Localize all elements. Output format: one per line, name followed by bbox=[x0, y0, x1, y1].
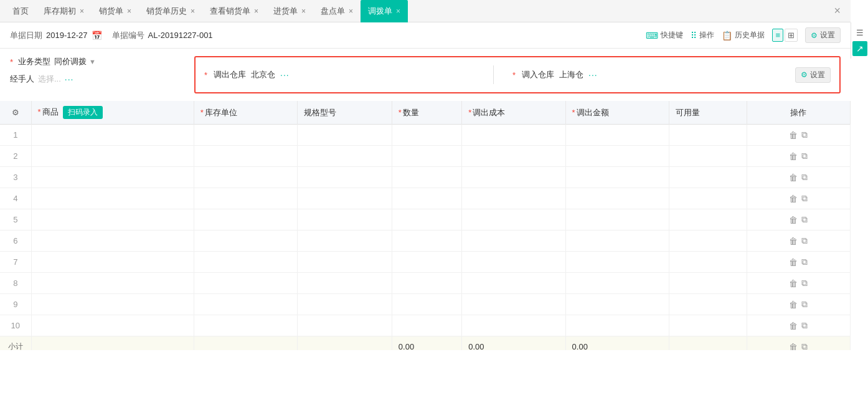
copy-row-icon[interactable]: ⧉ bbox=[801, 257, 808, 267]
delete-row-icon[interactable]: 🗑 bbox=[789, 215, 798, 225]
transfer-out-more-icon[interactable]: ··· bbox=[280, 70, 290, 80]
th-settings[interactable]: ⚙ bbox=[0, 101, 31, 125]
panel-gear-icon: ⚙ bbox=[801, 70, 808, 79]
delete-row-icon[interactable]: 🗑 bbox=[789, 342, 798, 351]
history-btn[interactable]: 📋 历史单据 bbox=[722, 30, 765, 40]
table-header-row: ⚙ *商品 扫码录入 *库存单位 规格型号 *数量 bbox=[0, 101, 851, 125]
form-area: * 业务类型 同价调拨 ▼ 经手人 选择... ··· * 调出仓库 北京仓 ·… bbox=[0, 49, 851, 101]
cell-transfer-cost bbox=[462, 167, 565, 188]
handler-value[interactable]: 选择... bbox=[38, 74, 61, 85]
shortcuts-btn[interactable]: ⌨ 快捷键 bbox=[646, 30, 683, 40]
tab-sales-order-close[interactable]: × bbox=[127, 7, 131, 16]
window-close-button[interactable]: × bbox=[829, 4, 846, 17]
copy-row-icon[interactable]: ⧉ bbox=[801, 299, 808, 310]
tab-purchase-order-close[interactable]: × bbox=[301, 7, 306, 16]
right-panel-settings: ⚙ 设置 bbox=[795, 67, 831, 83]
shortcuts-icon: ⌨ bbox=[646, 31, 658, 40]
tab-transfer-order-close[interactable]: × bbox=[396, 7, 400, 16]
delete-row-icon[interactable]: 🗑 bbox=[789, 300, 798, 310]
cell-product[interactable] bbox=[31, 315, 194, 336]
date-field: 单据日期 2019-12-27 📅 bbox=[10, 30, 102, 41]
operations-btn[interactable]: ⠿ 操作 bbox=[691, 30, 714, 40]
copy-row-icon[interactable]: ⧉ bbox=[801, 278, 808, 288]
sidebar-export-btn[interactable]: ↗ bbox=[852, 41, 867, 56]
cell-product[interactable] bbox=[31, 252, 194, 273]
cell-product[interactable] bbox=[31, 336, 194, 351]
copy-row-icon[interactable]: ⧉ bbox=[801, 341, 808, 350]
header-right: ⌨ 快捷键 ⠿ 操作 📋 历史单据 ≡ ⊞ ⚙ 设置 bbox=[646, 27, 841, 43]
tab-inventory-check-close[interactable]: × bbox=[349, 7, 353, 16]
cell-product[interactable] bbox=[31, 273, 194, 294]
cell-quantity bbox=[392, 188, 461, 209]
tab-sales-order[interactable]: 销货单 × bbox=[92, 0, 139, 22]
history-label: 历史单据 bbox=[735, 30, 765, 40]
delete-row-icon[interactable]: 🗑 bbox=[789, 321, 798, 331]
cell-transfer-amount bbox=[565, 294, 669, 315]
th-transfer-amount: *调出金额 bbox=[565, 101, 669, 125]
sidebar-list-btn[interactable]: ☰ bbox=[852, 25, 867, 40]
tab-inventory-init-label: 库存期初 bbox=[44, 6, 76, 17]
copy-row-icon[interactable]: ⧉ bbox=[801, 151, 808, 161]
business-type-dropdown[interactable]: 同价调拨 ▼ bbox=[54, 56, 129, 67]
copy-row-icon[interactable]: ⧉ bbox=[801, 236, 808, 246]
cell-product[interactable] bbox=[31, 146, 194, 167]
cell-spec bbox=[298, 188, 392, 209]
transfer-in-more-icon[interactable]: ··· bbox=[588, 70, 598, 80]
tab-inventory-init[interactable]: 库存期初 × bbox=[36, 0, 92, 22]
delete-row-icon[interactable]: 🗑 bbox=[789, 151, 798, 161]
table-row: 4🗑⧉ bbox=[0, 188, 851, 209]
tab-inventory-init-close[interactable]: × bbox=[80, 7, 84, 16]
tab-transfer-order-label: 调拨单 bbox=[368, 6, 392, 17]
header-left: 单据日期 2019-12-27 📅 单据编号 AL-20191227-001 bbox=[10, 30, 646, 41]
form-right-panel: * 调出仓库 北京仓 ··· * 调入仓库 上海仓 ··· ⚙ 设置 bbox=[194, 56, 841, 93]
panel-settings-button[interactable]: ⚙ 设置 bbox=[795, 67, 831, 83]
copy-row-icon[interactable]: ⧉ bbox=[801, 193, 808, 204]
th-transfer-amount-label: 调出金额 bbox=[577, 108, 609, 117]
delete-row-icon[interactable]: 🗑 bbox=[789, 236, 798, 246]
handler-more-icon[interactable]: ··· bbox=[65, 74, 74, 84]
cell-transfer-cost bbox=[462, 209, 565, 231]
tab-transfer-order[interactable]: 调拨单 × bbox=[361, 0, 408, 22]
cell-unit bbox=[194, 209, 297, 231]
cell-product[interactable] bbox=[31, 188, 194, 209]
transfer-amount-required-star: * bbox=[572, 108, 575, 117]
tab-purchase-order[interactable]: 进货单 × bbox=[266, 0, 313, 22]
panel-settings-label: 设置 bbox=[810, 70, 825, 80]
cell-spec bbox=[298, 209, 392, 231]
grid-view-btn[interactable]: ⊞ bbox=[785, 29, 798, 42]
delete-row-icon[interactable]: 🗑 bbox=[789, 194, 798, 204]
tab-home[interactable]: 首页 bbox=[5, 0, 36, 22]
delete-row-icon[interactable]: 🗑 bbox=[789, 257, 798, 267]
delete-row-icon[interactable]: 🗑 bbox=[789, 173, 798, 183]
scan-button[interactable]: 扫码录入 bbox=[63, 106, 103, 119]
settings-button[interactable]: ⚙ 设置 bbox=[805, 27, 841, 43]
transfer-out-label: 调出仓库 bbox=[214, 69, 246, 80]
cell-transfer-cost bbox=[462, 273, 565, 294]
tab-sales-history[interactable]: 销货单历史 × bbox=[139, 0, 202, 22]
cell-quantity bbox=[392, 252, 461, 273]
copy-row-icon[interactable]: ⧉ bbox=[801, 130, 808, 140]
tab-sales-history-close[interactable]: × bbox=[191, 7, 195, 16]
tab-view-sales[interactable]: 查看销货单 × bbox=[202, 0, 266, 22]
copy-row-icon[interactable]: ⧉ bbox=[801, 172, 808, 183]
cell-operations: 🗑⧉ bbox=[747, 146, 850, 167]
tab-inventory-check[interactable]: 盘点单 × bbox=[313, 0, 361, 22]
tab-sales-order-label: 销货单 bbox=[99, 6, 123, 17]
delete-row-icon[interactable]: 🗑 bbox=[789, 278, 798, 288]
tab-view-sales-close[interactable]: × bbox=[254, 7, 258, 16]
calendar-icon[interactable]: 📅 bbox=[92, 31, 102, 40]
table-body: 1🗑⧉2🗑⧉3🗑⧉4🗑⧉5🗑⧉6🗑⧉7🗑⧉8🗑⧉9🗑⧉10🗑⧉小计0.000.0… bbox=[0, 125, 851, 351]
cell-product[interactable] bbox=[31, 167, 194, 188]
cell-product[interactable] bbox=[31, 209, 194, 231]
cell-product[interactable] bbox=[31, 231, 194, 252]
business-type-label: 业务类型 bbox=[18, 56, 50, 67]
delete-row-icon[interactable]: 🗑 bbox=[789, 130, 798, 140]
cell-product[interactable] bbox=[31, 125, 194, 146]
copy-row-icon[interactable]: ⧉ bbox=[801, 214, 808, 225]
cell-product[interactable] bbox=[31, 294, 194, 315]
list-view-btn[interactable]: ≡ bbox=[772, 29, 783, 42]
th-available-label: 可用量 bbox=[676, 108, 700, 117]
table-row: 1🗑⧉ bbox=[0, 125, 851, 146]
copy-row-icon[interactable]: ⧉ bbox=[801, 320, 808, 331]
row-number: 9 bbox=[0, 294, 31, 315]
